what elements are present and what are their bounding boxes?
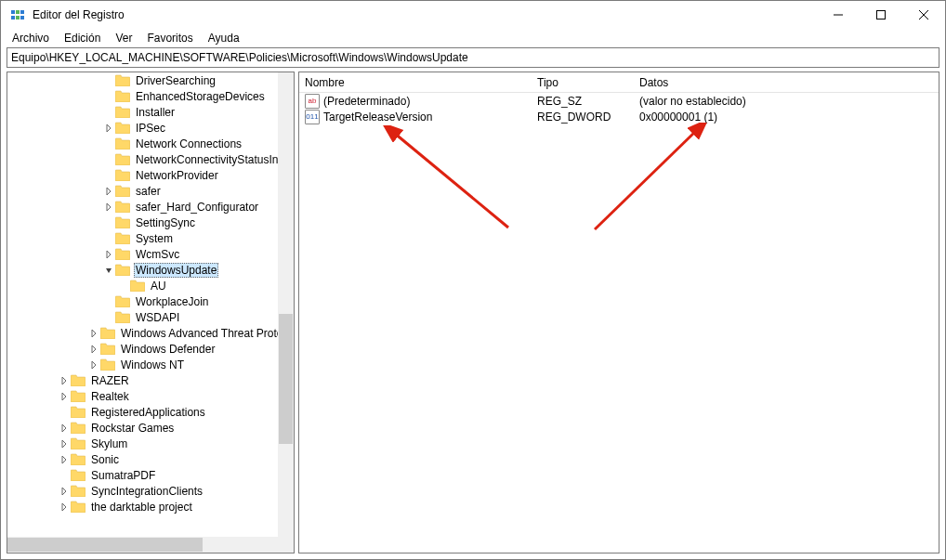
chevron-closed-icon[interactable] — [59, 392, 69, 401]
column-data[interactable]: Datos — [634, 76, 939, 89]
tree-item[interactable]: Installer — [7, 104, 294, 120]
folder-icon — [71, 422, 85, 434]
chevron-none-icon — [104, 108, 113, 117]
folder-icon — [115, 264, 130, 276]
tree-item[interactable]: System — [7, 230, 294, 246]
tree-item[interactable]: NetworkConnectivityStatusIndicator — [7, 151, 294, 167]
folder-icon — [115, 185, 130, 197]
chevron-closed-icon[interactable] — [59, 487, 69, 496]
chevron-none-icon — [104, 171, 113, 180]
tree-item[interactable]: SyncIntegrationClients — [7, 483, 294, 499]
list-header: Nombre Tipo Datos — [299, 72, 939, 93]
menu-file[interactable]: Archivo — [5, 30, 57, 46]
column-name[interactable]: Nombre — [299, 76, 532, 89]
chevron-closed-icon[interactable] — [89, 345, 99, 354]
value-name: TargetReleaseVersion — [323, 111, 432, 124]
tree-horizontal-scrollbar[interactable] — [7, 537, 278, 553]
chevron-closed-icon[interactable] — [89, 329, 99, 338]
chevron-closed-icon[interactable] — [59, 502, 69, 512]
minimize-button[interactable] — [817, 1, 860, 29]
tree-item[interactable]: NetworkProvider — [7, 167, 294, 183]
annotation-arrow-right — [587, 123, 708, 234]
chevron-closed-icon[interactable] — [59, 439, 69, 449]
value-name: (Predeterminado) — [323, 95, 410, 108]
list-body[interactable]: ab(Predeterminado)REG_SZ(valor no establ… — [299, 93, 939, 553]
chevron-none-icon — [119, 281, 128, 291]
folder-icon — [71, 406, 85, 418]
annotation-arrow-left — [383, 125, 513, 232]
tree-item[interactable]: Network Connections — [7, 136, 294, 151]
cell-type: REG_SZ — [532, 95, 634, 108]
tree-item[interactable]: RAZER — [7, 372, 294, 388]
list-pane: Nombre Tipo Datos ab(Predeterminado)REG_… — [298, 72, 939, 553]
tree-item[interactable]: IPSec — [7, 120, 294, 136]
chevron-closed-icon[interactable] — [104, 124, 113, 133]
scrollbar-thumb[interactable] — [279, 314, 293, 444]
tree-vertical-scrollbar[interactable] — [278, 72, 294, 537]
tree-item-label: safer_Hard_Configurator — [134, 201, 260, 214]
tree-item-label: AU — [149, 280, 168, 293]
chevron-closed-icon[interactable] — [59, 455, 69, 464]
tree-item[interactable]: EnhancedStorageDevices — [7, 88, 294, 104]
tree-item[interactable]: Rockstar Games — [7, 420, 294, 436]
tree-item[interactable]: DriverSearching — [7, 72, 294, 88]
tree-item-label: WcmSvc — [134, 248, 181, 261]
cell-name: ab(Predeterminado) — [299, 94, 532, 109]
tree-item[interactable]: Realtek — [7, 388, 294, 404]
tree-item[interactable]: SettingSync — [7, 215, 294, 230]
regedit-icon — [10, 7, 25, 22]
tree-item[interactable]: AU — [7, 278, 294, 293]
menu-view[interactable]: Ver — [108, 30, 139, 46]
chevron-none-icon — [104, 218, 113, 228]
tree-item[interactable]: SumatraPDF — [7, 467, 294, 483]
maximize-button[interactable] — [860, 1, 902, 29]
address-bar[interactable]: Equipo\HKEY_LOCAL_MACHINE\SOFTWARE\Polic… — [7, 47, 939, 68]
tree-item[interactable]: safer — [7, 183, 294, 199]
column-type[interactable]: Tipo — [532, 76, 634, 89]
tree-item[interactable]: Sonic — [7, 451, 294, 467]
menu-help[interactable]: Ayuda — [201, 30, 247, 46]
scrollbar-thumb[interactable] — [7, 538, 203, 552]
list-row[interactable]: ab(Predeterminado)REG_SZ(valor no establ… — [299, 93, 939, 109]
chevron-closed-icon[interactable] — [104, 202, 113, 212]
tree-item-label: Sonic — [89, 453, 121, 466]
svg-rect-3 — [16, 16, 20, 20]
svg-rect-4 — [20, 10, 24, 14]
scroll-corner — [278, 537, 294, 553]
tree-item[interactable]: WcmSvc — [7, 246, 294, 262]
tree-item[interactable]: WSDAPI — [7, 309, 294, 325]
tree-item[interactable]: Skylum — [7, 436, 294, 451]
list-row[interactable]: 011TargetReleaseVersionREG_DWORD0x000000… — [299, 109, 939, 124]
chevron-closed-icon[interactable] — [104, 187, 113, 196]
tree-item[interactable]: WindowsUpdate — [7, 262, 294, 278]
cell-data: (valor no establecido) — [634, 95, 939, 108]
menu-edit[interactable]: Edición — [57, 30, 108, 46]
folder-icon — [115, 90, 130, 102]
folder-icon — [71, 437, 85, 449]
chevron-open-icon[interactable] — [104, 266, 113, 275]
tree-item-label: Rockstar Games — [89, 422, 176, 435]
tree-item[interactable]: safer_Hard_Configurator — [7, 199, 294, 215]
minimize-icon — [834, 10, 843, 20]
close-button[interactable] — [902, 1, 945, 29]
chevron-none-icon — [104, 234, 113, 243]
tree-item[interactable]: the darktable project — [7, 499, 294, 514]
chevron-closed-icon[interactable] — [59, 376, 69, 385]
chevron-closed-icon[interactable] — [104, 250, 113, 259]
tree-item[interactable]: WorkplaceJoin — [7, 293, 294, 309]
menu-favorites[interactable]: Favoritos — [139, 30, 200, 46]
value-dw-icon: 011 — [305, 110, 320, 124]
menubar: Archivo Edición Ver Favoritos Ayuda — [1, 29, 945, 47]
tree-item[interactable]: Windows Defender — [7, 341, 294, 357]
svg-line-11 — [595, 130, 697, 229]
titlebar[interactable]: Editor del Registro — [1, 1, 945, 29]
tree-item[interactable]: Windows NT — [7, 357, 294, 372]
folder-icon — [115, 74, 130, 86]
tree-item-label: WSDAPI — [134, 311, 181, 324]
tree-item[interactable]: RegisteredApplications — [7, 404, 294, 420]
chevron-closed-icon[interactable] — [89, 360, 99, 370]
tree-item-label: RAZER — [89, 374, 131, 387]
folder-icon — [100, 327, 115, 339]
chevron-closed-icon[interactable] — [59, 423, 69, 433]
tree-item[interactable]: Windows Advanced Threat Protection — [7, 325, 294, 341]
